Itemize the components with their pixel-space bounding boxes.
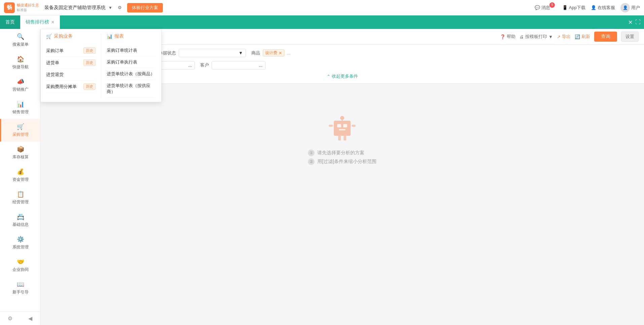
guide-icon: 📖 (17, 281, 24, 288)
sidebar-item-search[interactable]: 🔍 搜索菜单 (0, 29, 40, 51)
goods-more-btn[interactable]: ... (287, 50, 291, 55)
dropdown-item-report-2[interactable]: 采购订单执行表 (107, 56, 156, 68)
settings-outline-btn[interactable]: 设置 (621, 32, 639, 42)
tab-maximize-btn[interactable]: ⛶ (635, 19, 641, 25)
online-service-item[interactable]: 👤 在线客服 (591, 5, 615, 11)
tab-bar: 首页 销售排行榜 ✕ ✕ ⛶ (0, 15, 644, 29)
dropdown-item-receipt[interactable]: 进货单 历史 (46, 57, 96, 69)
export-icon: ↗ (557, 34, 561, 39)
empty-svg (322, 111, 362, 144)
sidebar-item-marketing[interactable]: 📣 营销推广 (0, 74, 40, 96)
tip-num-2: ② (308, 158, 315, 165)
empty-illustration (322, 111, 362, 144)
po-history-tag: 历史 (83, 47, 96, 54)
sidebar-item-guide[interactable]: 📖 新手引导 (0, 277, 40, 299)
sidebar-enterprise-label: 企业协同 (12, 267, 29, 273)
app-download-label: App下载 (569, 5, 585, 11)
finance-icon: 💰 (17, 168, 24, 175)
svg-rect-2 (343, 124, 347, 127)
logo-text-block: 畅捷通好生意 标准版 (17, 3, 39, 12)
user-item[interactable]: 👤 用户 (620, 3, 640, 12)
sidebar-item-enterprise[interactable]: 🤝 企业协同 (0, 254, 40, 277)
tab-close-icon[interactable]: ✕ (51, 20, 55, 25)
sidebar-purchase-label: 采购管理 (12, 132, 29, 137)
dropdown-item-report-4[interactable]: 进货单统计表（按供应商） (107, 80, 156, 98)
tab-sales-ranking[interactable]: 销售排行榜 ✕ (20, 15, 60, 29)
collapse-label: 收起更多条件 (332, 73, 358, 79)
message-label: 消息 (541, 5, 550, 11)
query-btn[interactable]: 查询 (594, 32, 617, 42)
receipt-label: 进货单 (46, 60, 59, 66)
user-label: 用户 (631, 5, 640, 11)
tab-close-btn[interactable]: ✕ (628, 19, 633, 26)
sidebar-item-system[interactable]: ⚙️ 系统管理 (0, 232, 40, 254)
help-icon: ❓ (500, 34, 505, 39)
message-badge: 9 (549, 2, 555, 8)
report-col-icon: 📊 (107, 34, 112, 39)
refresh-btn[interactable]: 🔄 刷新 (575, 34, 590, 40)
svg-rect-5 (352, 125, 356, 127)
dropdown-item-report-3[interactable]: 进货单统计表（按商品） (107, 68, 156, 80)
sidebar-item-sales[interactable]: 📊 销售管理 (0, 96, 40, 119)
svg-rect-0 (334, 121, 351, 136)
report-col-label: 报表 (114, 33, 124, 39)
enterprise-icon: 🤝 (17, 258, 24, 266)
export-btn[interactable]: ↗ 导出 (557, 34, 571, 40)
sidebar-item-basic[interactable]: 📇 基础信息 (0, 209, 40, 232)
help-btn[interactable]: ❓ 帮助 (500, 34, 515, 40)
sidebar-item-quick[interactable]: 🏠 快捷导航 (0, 51, 40, 74)
marketing-icon: 📣 (17, 78, 24, 85)
print-icon: 🖨 (520, 34, 524, 39)
filter-goods-item: 商品 设计费 ✕ ... (251, 49, 291, 56)
system-dropdown-btn[interactable]: ▼ (108, 5, 112, 10)
print-btn[interactable]: 🖨 按模板打印 ▼ (520, 34, 553, 40)
report-3-label: 进货单统计表（按商品） (107, 71, 155, 77)
dropdown-item-expense[interactable]: 采购费用分摊单 历史 (46, 81, 96, 93)
doc-status-select[interactable]: ▼ (179, 49, 246, 57)
salesperson-more[interactable]: ... (188, 63, 192, 68)
basic-icon: 📇 (17, 213, 24, 220)
export-label: 导出 (562, 34, 571, 40)
header-right: 💬 消息 9 📱 App下载 👤 在线客服 👤 用户 (535, 3, 640, 12)
sidebar-item-inventory[interactable]: 📦 库存核算 (0, 141, 40, 164)
dropdown-purchase-col: 🛒 采购业务 采购订单 历史 进货单 历史 进货退货 采购费用分摊单 历史 (41, 33, 101, 98)
top-header: 畅 畅捷通好生意 标准版 装备及固定资产辅助管理系统 ▼ ⚙ 体验行业方案 💬 … (0, 0, 644, 15)
sidebar-collapse-btn[interactable]: ◀ (28, 315, 32, 322)
goods-label: 商品 (251, 50, 260, 56)
report-1-label: 采购订单统计表 (107, 47, 137, 53)
sidebar-bottom: ⚙ ◀ (0, 312, 40, 325)
customer-select[interactable]: ... (212, 61, 265, 70)
logo-char: 畅 (7, 4, 12, 11)
header-settings-icon[interactable]: ⚙ (115, 3, 124, 12)
collapse-icon: ⌃ (327, 74, 330, 79)
sidebar-item-finance[interactable]: 💰 资金管理 (0, 164, 40, 187)
sidebar-search-label: 搜索菜单 (12, 42, 29, 47)
sidebar-basic-label: 基础信息 (12, 222, 29, 228)
phone-icon: 📱 (562, 5, 568, 10)
tab-home[interactable]: 首页 (0, 15, 20, 29)
goods-tag-close[interactable]: ✕ (279, 51, 282, 55)
sidebar-item-purchase[interactable]: 🛒 采购管理 (0, 119, 40, 141)
print-dropdown-icon[interactable]: ▼ (548, 34, 553, 39)
sidebar: 🔍 搜索菜单 🏠 快捷导航 📣 营销推广 📊 销售管理 🛒 采购管理 📦 库存核… (0, 29, 40, 325)
operation-icon: 📋 (17, 191, 24, 198)
dropdown-item-po[interactable]: 采购订单 历史 (46, 45, 96, 57)
svg-rect-1 (337, 124, 341, 127)
empty-tip-2: ② 用[过滤]条件来缩小分析范围 (308, 158, 377, 165)
customer-more[interactable]: ... (259, 63, 262, 68)
industry-btn[interactable]: 体验行业方案 (127, 3, 163, 12)
purchase-icon: 🛒 (17, 123, 24, 130)
sidebar-settings-btn[interactable]: ⚙ (8, 315, 12, 322)
sidebar-sales-label: 销售管理 (12, 109, 29, 115)
dropdown-item-report-1[interactable]: 采购订单统计表 (107, 45, 156, 56)
logo-sub: 标准版 (17, 8, 39, 12)
tab-bar-right: ✕ ⛶ (628, 19, 644, 26)
dropdown-item-return[interactable]: 进货退货 (46, 69, 96, 81)
app-download-item[interactable]: 📱 App下载 (562, 5, 585, 11)
report-4-label: 进货单统计表（按供应商） (107, 83, 156, 95)
refresh-icon: 🔄 (575, 34, 580, 39)
message-item[interactable]: 💬 消息 9 (535, 5, 557, 11)
sidebar-item-operation[interactable]: 📋 经营管理 (0, 187, 40, 209)
goods-tag: 设计费 ✕ (263, 49, 284, 56)
collapse-btn[interactable]: ⌃ 收起更多条件 (327, 73, 358, 79)
